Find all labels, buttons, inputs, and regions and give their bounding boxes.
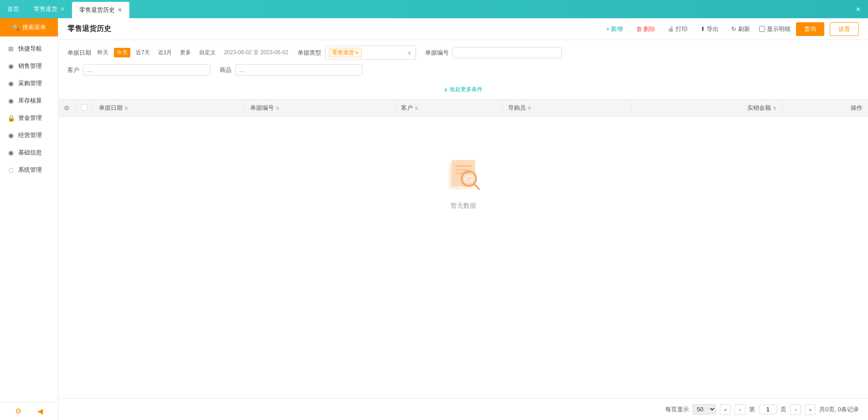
filter-row-2: 客户 商品 bbox=[67, 64, 859, 76]
sidebar-item-inventory-label: 库存核算 bbox=[18, 97, 42, 105]
th-date-sort-icon: ⇅ bbox=[124, 106, 128, 111]
last-page-btn[interactable]: » bbox=[805, 404, 816, 415]
sidebar-item-finance[interactable]: 🔒 资金管理 bbox=[0, 109, 58, 127]
th-action: 操作 bbox=[782, 99, 868, 117]
filter-area: 单据日期 昨天 今天 近7天 近1月 更多 自定义 2023-06-02 至 2… bbox=[58, 40, 868, 99]
delete-btn[interactable]: 🗑 删除 bbox=[632, 23, 659, 35]
export-btn[interactable]: ⬆ 导出 bbox=[697, 23, 723, 35]
page-header: 零售退货历史 + 新增 🗑 删除 🖨 打印 ⬆ 导出 ↻ 刷新 显示明细 查询 … bbox=[58, 18, 868, 40]
date-btn-today[interactable]: 今天 bbox=[114, 48, 130, 57]
sidebar-item-sales[interactable]: ◉ 销售管理 bbox=[0, 57, 58, 75]
settings-icon-btn[interactable]: ⚙ bbox=[15, 407, 21, 415]
print-btn[interactable]: 🖨 打印 bbox=[664, 23, 691, 35]
filter-row-1: 单据日期 昨天 今天 近7天 近1月 更多 自定义 2023-06-02 至 2… bbox=[67, 46, 859, 60]
gear-icon[interactable]: ⚙ bbox=[64, 104, 70, 112]
system-icon: ◌ bbox=[7, 166, 15, 174]
select-all-checkbox[interactable] bbox=[81, 104, 87, 111]
goods-input[interactable] bbox=[235, 64, 363, 76]
main-layout: 🔍 搜索菜单 ⊞ 快捷导航 ◉ 销售管理 ◉ 采购管理 ◉ 库存核算 🔒 资金 bbox=[0, 18, 868, 420]
date-buttons: 昨天 今天 近7天 近1月 更多 自定义 bbox=[95, 48, 218, 57]
th-number-sort[interactable]: 单据编号 ⇅ bbox=[250, 104, 390, 112]
date-btn-7days[interactable]: 近7天 bbox=[133, 48, 153, 57]
svg-rect-8 bbox=[466, 178, 472, 179]
date-label: 单据日期 bbox=[67, 49, 91, 57]
data-table: ⚙ 单据日期 ⇅ 单据编号 bbox=[58, 99, 868, 246]
customer-filter: 客户 bbox=[67, 64, 211, 76]
prev-page-btn[interactable]: ‹ bbox=[734, 404, 745, 415]
sidebar: 🔍 搜索菜单 ⊞ 快捷导航 ◉ 销售管理 ◉ 采购管理 ◉ 库存核算 🔒 资金 bbox=[0, 18, 58, 420]
th-amount-sort[interactable]: 实销金额 ⇅ bbox=[637, 104, 777, 112]
type-select[interactable]: 零售退货 × ∨ bbox=[325, 46, 416, 60]
th-amount-label: 实销金额 bbox=[747, 104, 771, 112]
next-page-icon: › bbox=[795, 407, 796, 412]
page-word-before: 第 bbox=[749, 405, 755, 414]
sidebar-item-system[interactable]: ◌ 系统管理 bbox=[0, 161, 58, 179]
refresh-btn[interactable]: ↻ 刷新 bbox=[728, 23, 754, 35]
sidebar-item-quicknav[interactable]: ⊞ 快捷导航 bbox=[0, 40, 58, 57]
page-size-select[interactable]: 10 20 50 100 bbox=[693, 404, 716, 415]
tab-retail-return-history-close[interactable]: ✕ bbox=[118, 7, 122, 13]
svg-line-7 bbox=[474, 184, 479, 189]
type-dropdown-icon: ∨ bbox=[407, 49, 412, 56]
next-page-btn[interactable]: › bbox=[790, 404, 801, 415]
date-btn-yesterday[interactable]: 昨天 bbox=[95, 48, 111, 57]
sidebar-item-purchase-label: 采购管理 bbox=[18, 79, 42, 87]
th-guide-sort[interactable]: 导购员 ⇅ bbox=[508, 104, 626, 112]
th-guide-sort-icon: ⇅ bbox=[528, 106, 531, 111]
th-amount-sort-icon: ⇅ bbox=[773, 106, 776, 111]
sidebar-nav: ⊞ 快捷导航 ◉ 销售管理 ◉ 采购管理 ◉ 库存核算 🔒 资金管理 ◉ 经营管… bbox=[0, 36, 58, 402]
svg-rect-3 bbox=[455, 169, 468, 170]
sidebar-item-basics[interactable]: ◉ 基础信息 bbox=[0, 144, 58, 161]
customer-input[interactable] bbox=[83, 64, 211, 76]
sidebar-item-purchase[interactable]: ◉ 采购管理 bbox=[0, 75, 58, 92]
goods-filter: 商品 bbox=[220, 64, 363, 76]
tab-home[interactable]: 首页 bbox=[0, 0, 26, 18]
tab-retail-return-label: 零售退货 bbox=[34, 5, 57, 13]
th-number-label: 单据编号 bbox=[250, 104, 274, 112]
page-number-input[interactable] bbox=[759, 405, 777, 414]
first-page-btn[interactable]: « bbox=[720, 404, 731, 415]
type-tag-close[interactable]: × bbox=[355, 50, 359, 56]
sidebar-search-label: 搜索菜单 bbox=[22, 23, 46, 31]
table-header-row: ⚙ 单据日期 ⇅ 单据编号 bbox=[58, 99, 868, 117]
collapse-label: 收起更多条件 bbox=[450, 86, 483, 93]
th-guide: 导购员 ⇅ bbox=[502, 99, 631, 117]
date-btn-more[interactable]: 更多 bbox=[177, 48, 194, 57]
sidebar-search[interactable]: 🔍 搜索菜单 bbox=[0, 18, 58, 36]
type-tag: 零售退货 × bbox=[329, 48, 362, 57]
window-close-btn[interactable]: ✕ bbox=[856, 6, 868, 13]
date-btn-1month[interactable]: 近1月 bbox=[155, 48, 175, 57]
empty-illustration bbox=[441, 154, 486, 195]
page-title: 零售退货历史 bbox=[67, 24, 111, 34]
new-btn[interactable]: + 新增 bbox=[602, 23, 627, 35]
th-customer-sort[interactable]: 客户 ⇅ bbox=[401, 104, 497, 112]
sidebar-item-operations[interactable]: ◉ 经营管理 bbox=[0, 127, 58, 144]
th-date: 单据日期 ⇅ bbox=[93, 99, 245, 117]
settings-btn[interactable]: 设置 bbox=[830, 22, 859, 36]
tab-retail-return-history[interactable]: 零售退货历史 ✕ bbox=[72, 2, 129, 18]
inventory-icon: ◉ bbox=[7, 97, 15, 104]
quicknav-icon: ⊞ bbox=[7, 45, 15, 52]
date-btn-custom[interactable]: 自定义 bbox=[196, 48, 218, 57]
tab-retail-return[interactable]: 零售退货 ✕ bbox=[26, 0, 72, 18]
last-page-icon: » bbox=[809, 407, 812, 412]
collapse-sidebar-btn[interactable]: ◀ bbox=[37, 407, 43, 415]
type-tag-text: 零售退货 bbox=[332, 49, 354, 56]
display-detail-checkbox[interactable] bbox=[759, 26, 765, 32]
tab-bar: 首页 零售退货 ✕ 零售退货历史 ✕ bbox=[0, 0, 856, 18]
prev-page-icon: ‹ bbox=[739, 407, 741, 412]
sidebar-item-sales-label: 销售管理 bbox=[18, 62, 42, 70]
th-date-sort[interactable]: 单据日期 ⇅ bbox=[99, 104, 239, 112]
page-word-after: 页 bbox=[781, 405, 786, 414]
collapse-btn[interactable]: ∧ 收起更多条件 bbox=[438, 84, 488, 95]
operations-icon: ◉ bbox=[7, 132, 15, 139]
basics-icon: ◉ bbox=[7, 149, 15, 156]
th-date-label: 单据日期 bbox=[99, 104, 123, 112]
sidebar-item-inventory[interactable]: ◉ 库存核算 bbox=[0, 92, 58, 109]
query-btn[interactable]: 查询 bbox=[796, 22, 824, 36]
header-actions: + 新增 🗑 删除 🖨 打印 ⬆ 导出 ↻ 刷新 显示明细 查询 设置 bbox=[602, 22, 859, 36]
number-input[interactable] bbox=[452, 47, 562, 58]
date-range-display: 2023-06-02 至 2023-06-02 bbox=[224, 49, 288, 56]
display-detail-toggle[interactable]: 显示明细 bbox=[759, 25, 791, 33]
tab-retail-return-close[interactable]: ✕ bbox=[60, 6, 65, 12]
